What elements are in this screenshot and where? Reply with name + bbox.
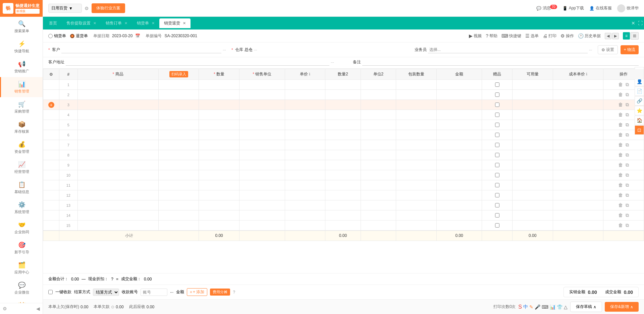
qty2-cell[interactable] — [325, 100, 361, 110]
avail-cell[interactable] — [512, 130, 553, 140]
remark-input[interactable] — [362, 59, 639, 66]
pkg-cell[interactable] — [396, 110, 437, 120]
sidebar-item-shortcut[interactable]: ⚡ 快捷导航 — [0, 37, 43, 57]
debt-circle-icon[interactable]: ⊙ — [111, 305, 114, 309]
pkg-cell[interactable] — [396, 120, 437, 130]
right-icon-6[interactable]: 🏠 — [635, 116, 644, 125]
price-cell[interactable] — [285, 160, 325, 170]
unit2-cell[interactable] — [361, 190, 396, 200]
sidebar-settings-button[interactable]: ⚙ — [3, 306, 7, 311]
gift-cell[interactable] — [482, 150, 512, 160]
gift-cell[interactable] — [482, 130, 512, 140]
unit-cell[interactable] — [239, 140, 285, 150]
delete-row-button[interactable]: 🗑 — [618, 202, 624, 208]
pkg-cell[interactable] — [396, 210, 437, 221]
calendar-icon[interactable]: 📅 — [135, 34, 140, 38]
sidebar-item-enterprise[interactable]: 🤝 企业协同 — [0, 218, 43, 238]
cost-info-icon[interactable]: ℹ — [586, 72, 587, 76]
pkg-cell[interactable] — [396, 150, 437, 160]
select-order-button[interactable]: ☰ 选单 — [525, 33, 539, 39]
unit-cell[interactable] — [239, 130, 285, 140]
list-view-button[interactable]: ≡ — [623, 32, 630, 40]
gift-cell[interactable] — [482, 170, 512, 180]
qty-cell[interactable] — [199, 120, 239, 130]
tab-close-icon[interactable]: ✕ — [183, 21, 186, 25]
cost-cell[interactable] — [553, 100, 603, 110]
price-cell[interactable] — [285, 110, 325, 120]
fee-split-button[interactable]: 费用分摊 — [210, 289, 230, 296]
gift-cell[interactable] — [482, 180, 512, 190]
radio-delivery[interactable]: 销货单 — [48, 33, 66, 39]
radio-delivery-input[interactable] — [48, 34, 53, 38]
history-button[interactable]: 🕐 历史单据 — [578, 33, 601, 39]
delete-row-button[interactable]: 🗑 — [618, 141, 624, 148]
save-draft-button[interactable]: 保存草稿 ∧ — [570, 302, 602, 312]
delete-row-button[interactable]: 🗑 — [618, 212, 624, 218]
amount-cell[interactable] — [436, 120, 482, 130]
qty2-cell[interactable] — [325, 190, 361, 200]
cost-cell[interactable] — [553, 110, 603, 120]
product-cell[interactable] — [77, 180, 158, 190]
cost-cell[interactable] — [553, 80, 603, 90]
unit2-cell[interactable] — [361, 80, 396, 90]
gift-cell[interactable] — [482, 140, 512, 150]
price-cell[interactable] — [285, 200, 325, 210]
delete-row-button[interactable]: 🗑 — [618, 101, 624, 108]
tab-sales-order[interactable]: 销售订单 ✕ — [101, 18, 132, 28]
right-icon-3[interactable]: 📄 — [635, 86, 644, 96]
cost-cell[interactable] — [553, 221, 603, 231]
product-input[interactable] — [79, 103, 157, 107]
delete-row-button[interactable]: 🗑 — [618, 151, 624, 158]
salesperson-dots[interactable]: ··· — [589, 48, 592, 52]
cost-cell[interactable] — [553, 210, 603, 221]
copy-row-button[interactable]: ⧉ — [625, 131, 630, 138]
sidebar-item-wechat[interactable]: 💬 企业微信 — [0, 278, 43, 298]
pkg-cell[interactable] — [396, 200, 437, 210]
tab-close-icon[interactable]: ✕ — [124, 21, 127, 25]
amount-cell[interactable] — [436, 170, 482, 180]
app-download-button[interactable]: 📱 App下载 — [562, 5, 584, 11]
unit-cell[interactable] — [239, 110, 285, 120]
product-cell[interactable] — [77, 90, 158, 100]
unit-cell[interactable] — [239, 170, 285, 180]
gift-cell[interactable] — [482, 210, 512, 221]
avail-cell[interactable] — [512, 160, 553, 170]
tab-sales-return[interactable]: 销货退货 ✕ — [159, 18, 191, 28]
copy-row-button[interactable]: ⧉ — [625, 182, 630, 189]
unit2-cell[interactable] — [361, 150, 396, 160]
qty2-cell[interactable] — [325, 170, 361, 180]
avail-cell[interactable] — [512, 210, 553, 221]
amount-cell[interactable] — [436, 80, 482, 90]
qty-cell[interactable] — [199, 180, 239, 190]
qty2-cell[interactable] — [325, 221, 361, 231]
qty-cell[interactable] — [199, 110, 239, 120]
print-button[interactable]: 🖨 打印 — [543, 33, 556, 39]
avail-cell[interactable] — [512, 170, 553, 180]
product-cell[interactable] — [77, 221, 158, 231]
product-cell[interactable] — [77, 80, 158, 90]
avail-cell[interactable] — [512, 80, 553, 90]
qty2-cell[interactable] — [325, 180, 361, 190]
price-cell[interactable] — [285, 90, 325, 100]
gift-checkbox[interactable] — [495, 203, 499, 207]
price-cell[interactable] — [285, 80, 325, 90]
pkg-cell[interactable] — [396, 140, 437, 150]
qty2-cell[interactable] — [325, 120, 361, 130]
save-new-button[interactable]: 保存&新增 ∧ — [605, 302, 639, 312]
pkg-cell[interactable] — [396, 130, 437, 140]
qty2-cell[interactable] — [325, 150, 361, 160]
shortcut-key-button[interactable]: ⌨ 快捷键 — [501, 33, 521, 39]
settings-icon[interactable]: ⚙ — [85, 6, 89, 11]
unit2-cell[interactable] — [361, 221, 396, 231]
gift-checkbox[interactable] — [495, 123, 499, 127]
unit-cell[interactable] — [239, 210, 285, 221]
qty2-cell[interactable] — [325, 210, 361, 221]
sidebar-item-member[interactable]: 👑 畅会员 — [0, 298, 43, 303]
copy-row-button[interactable]: ⧉ — [625, 212, 630, 219]
price-cell[interactable] — [285, 170, 325, 180]
gift-checkbox[interactable] — [495, 103, 499, 107]
gift-checkbox[interactable] — [495, 223, 499, 228]
sidebar-item-basic[interactable]: 📋 基础信息 — [0, 178, 43, 198]
pkg-cell[interactable] — [396, 100, 437, 110]
delete-row-button[interactable]: 🗑 — [618, 172, 624, 178]
